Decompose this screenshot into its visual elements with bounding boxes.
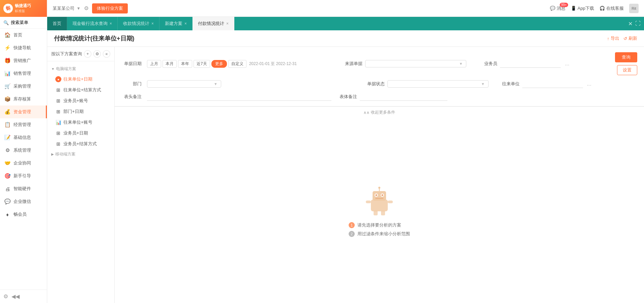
svg-rect-10	[374, 211, 378, 215]
tab-new-scheme[interactable]: 新建方案 ×	[159, 17, 193, 30]
online-service-btn[interactable]: 🎧 在线客服	[599, 5, 624, 11]
scheme-item-dept-date[interactable]: ⊞ 部门+日期	[47, 106, 114, 117]
sidebar-item-basic[interactable]: 📝 基础信息	[0, 131, 47, 144]
date-btn-more[interactable]: 更多	[211, 60, 227, 68]
trial-btn[interactable]: 体验行业方案	[92, 3, 128, 13]
svg-rect-9	[388, 201, 393, 203]
guide-icon: 🎯	[4, 173, 11, 179]
scheme-item-staff-date[interactable]: ⊞ 业务员+日期	[47, 128, 114, 139]
tab-bank-flow[interactable]: 现金银行流水查询 ×	[67, 17, 118, 30]
scheme-item-label: 业务员+日期	[63, 130, 88, 136]
tab-expand-icon[interactable]: ⛶	[635, 21, 641, 27]
scheme-settings-btn[interactable]: ⚙	[93, 50, 101, 58]
sidebar-item-label: 库存核算	[13, 96, 31, 102]
sidebar-item-label: 畅会员	[13, 211, 27, 217]
hint-num-1: 1	[349, 222, 355, 228]
service-icon: 🎧	[599, 6, 605, 11]
table-body-note-input[interactable]	[360, 93, 447, 101]
query-btn[interactable]: 查询	[615, 52, 637, 62]
tab-close-payment-stat[interactable]: ×	[151, 21, 154, 26]
sidebar-item-label: 经营管理	[13, 122, 31, 128]
settings-btn[interactable]: 设置	[617, 65, 637, 75]
counterpart-dots[interactable]: ...	[587, 81, 591, 87]
staff-dots[interactable]: ...	[565, 61, 569, 67]
wechat-icon: 💬	[4, 199, 11, 205]
settings-icon[interactable]: ⚙	[3, 293, 8, 300]
tab-close-new-scheme[interactable]: ×	[184, 21, 187, 26]
scheme-item-label: 业务员+结算方式	[63, 141, 97, 147]
voucher-status-label: 单据状态	[364, 81, 385, 87]
refresh-btn[interactable]: ↺ 刷新	[623, 35, 637, 41]
scheme-item-staff-account[interactable]: ⊞ 业务员+账号	[47, 95, 114, 106]
hardware-icon: 🖨	[4, 186, 11, 192]
table-note-input[interactable]	[147, 93, 331, 101]
sidebar-item-inventory[interactable]: 📦 库存核算	[0, 93, 47, 105]
user-avatar[interactable]: Rit	[629, 4, 639, 13]
sidebar-item-guide[interactable]: 🎯 新手引导	[0, 170, 47, 182]
inventory-icon: 📦	[4, 96, 11, 102]
query-actions: 查询 设置	[615, 52, 637, 75]
svg-rect-11	[381, 211, 385, 215]
desktop-category-label: 电脑端方案	[56, 66, 76, 72]
export-btn[interactable]: ↑ 导出	[607, 35, 620, 41]
tab-home[interactable]: 首页	[47, 17, 67, 30]
staff-input[interactable]	[500, 60, 561, 68]
scheme-table-icon: ⊞	[55, 141, 61, 147]
svg-rect-1	[373, 191, 386, 201]
sidebar-item-system[interactable]: ⚙ 系统管理	[0, 144, 47, 157]
account-selector[interactable]: 某某某公司 ▼	[53, 5, 81, 11]
collapse-sidebar-icon[interactable]: ◀◀	[11, 293, 20, 300]
date-btn-this-month[interactable]: 本月	[163, 60, 177, 68]
sidebar-item-marketing[interactable]: 🎁 营销推广	[0, 54, 47, 67]
sidebar-item-wechat[interactable]: 💬 企业微信	[0, 195, 47, 208]
collapse-bar[interactable]: ∧∧ 收起更多条件	[115, 107, 644, 118]
date-btn-7days[interactable]: 近7天	[194, 60, 210, 68]
scheme-item-counterpart-account[interactable]: 📊 往来单位+账号	[47, 117, 114, 128]
scheme-item-staff-settle[interactable]: ⊞ 业务员+结算方式	[47, 139, 114, 149]
sidebar-item-finance[interactable]: 💰 资金管理	[0, 105, 47, 118]
date-btn-this-year[interactable]: 本年	[178, 60, 192, 68]
date-btn-last-month[interactable]: 上月	[147, 60, 161, 68]
finance-icon: 💰	[4, 109, 11, 115]
header-gear-icon[interactable]: ⚙	[84, 5, 89, 11]
home-icon: 🏠	[4, 32, 11, 38]
message-btn[interactable]: 💬 消息 99+	[550, 5, 565, 11]
sidebar-item-sales[interactable]: 📊 销售管理	[0, 67, 47, 80]
sidebar-item-purchase[interactable]: 🛒 采购管理	[0, 80, 47, 93]
refresh-label: 刷新	[628, 35, 637, 41]
source-select[interactable]: ▼	[365, 60, 466, 67]
scheme-category-mobile[interactable]: ▶ 移动端方案	[47, 149, 114, 159]
sidebar-item-quick-nav[interactable]: ⚡ 快捷导航	[0, 41, 47, 54]
tab-close-all-icon[interactable]: ✕	[628, 21, 633, 27]
scheme-table-icon: ⊞	[55, 109, 61, 114]
filter-form: 单据日期 上月 本月 本年 近7天 更多 自定义 2022-01-01 至 20…	[115, 47, 644, 107]
app-download-btn[interactable]: 📱 App下载	[571, 5, 594, 11]
scheme-category-desktop[interactable]: ▼ 电脑端方案	[47, 64, 114, 74]
sidebar-item-corp[interactable]: 🤝 企业协同	[0, 157, 47, 170]
search-menu[interactable]: 🔍 搜索菜单	[0, 17, 47, 29]
dept-label: 部门	[121, 81, 142, 87]
scheme-collapse-btn[interactable]: «	[103, 50, 110, 58]
service-label: 在线客服	[606, 5, 624, 11]
svg-rect-8	[366, 201, 371, 203]
marketing-icon: 🎁	[4, 58, 11, 64]
empty-hint-2: 2 用过滤条件来缩小分析范围	[349, 231, 410, 237]
date-btn-custom[interactable]: 自定义	[228, 60, 246, 68]
add-scheme-btn[interactable]: +	[84, 50, 91, 58]
sidebar-item-member[interactable]: ♦ 畅会员	[0, 208, 47, 221]
scheme-item-label: 往来单位+账号	[63, 119, 92, 125]
tab-pay-stat[interactable]: 付款情况统计 ×	[193, 17, 234, 30]
tab-close-pay-stat[interactable]: ×	[226, 21, 229, 26]
counterpart-input[interactable]	[522, 80, 583, 88]
tab-close-bank-flow[interactable]: ×	[110, 21, 112, 26]
scheme-item-counterpart-date[interactable]: ● 往来单位+日期	[47, 74, 114, 85]
filter-row-2: 部门 ▼ 单据状态 ▼ 往来单	[121, 80, 637, 88]
scheme-item-counterpart-settle[interactable]: ⊞ 往来单位+结算方式	[47, 85, 114, 95]
sidebar-item-operation[interactable]: 📋 经营管理	[0, 118, 47, 131]
scheme-toolbar-label: 按以下方案查询	[51, 51, 82, 57]
sidebar-item-home[interactable]: 🏠 首页	[0, 29, 47, 41]
sidebar-item-hardware[interactable]: 🖨 智能硬件	[0, 182, 47, 195]
tab-payment-stat[interactable]: 收款情况统计 ×	[118, 17, 159, 30]
voucher-status-select[interactable]: ▼	[387, 80, 489, 88]
dept-select[interactable]: ▼	[147, 80, 221, 88]
